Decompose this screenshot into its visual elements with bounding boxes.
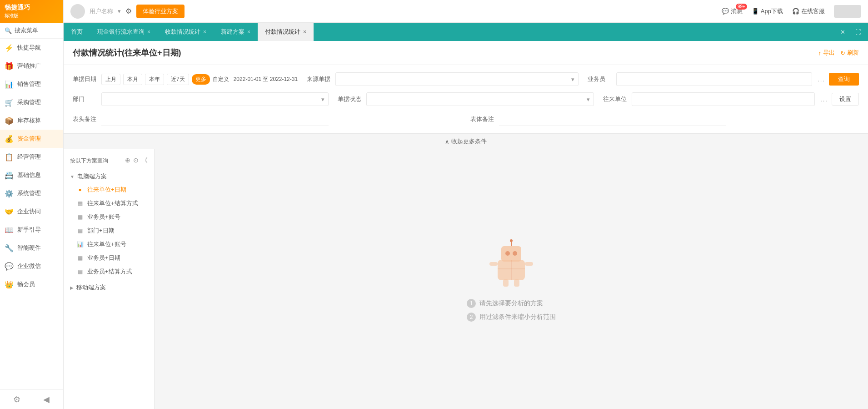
topbar: 用户名称 ▾ ⚙ 体验行业方案 💬 消息 99+ 📱 App下载 🎧 在线客服 [64, 0, 868, 23]
empty-tip-1: 1 请先选择要分析的方案 [467, 299, 556, 308]
date-btn-last-month[interactable]: 上月 [101, 74, 120, 85]
settings-btn[interactable]: 设置 [832, 93, 859, 106]
tab-receipt[interactable]: 收款情况统计 × [158, 23, 214, 41]
page-header: 付款情况统计(往来单位+日期) ↑ 导出 ↻ 刷新 [64, 41, 868, 65]
tab-close-all-btn[interactable]: ✕ [837, 26, 848, 37]
sidebar-sales-label: 销售管理 [17, 80, 41, 88]
sidebar-item-purchase[interactable]: 🛒 采购管理 [0, 93, 63, 111]
salesman-label: 业务员 [588, 75, 613, 83]
tab-payment-close[interactable]: × [303, 29, 306, 35]
sidebar-item-basic[interactable]: 📇 基础信息 [0, 166, 63, 184]
sidebar-item-guide[interactable]: 📖 新手引导 [0, 221, 63, 239]
refresh-label: 刷新 [847, 49, 859, 57]
add-scheme-btn[interactable]: ⊕ [125, 157, 130, 165]
right-main: 1 请先选择要分析的方案 2 用过滤条件来缩小分析范围 [155, 149, 868, 409]
sidebar-collapse-btn[interactable]: ◀ [34, 394, 59, 404]
scheme-item-icon-salesman-date: ▦ [76, 254, 84, 262]
tab-home[interactable]: 首页 [64, 23, 90, 41]
partner-label: 往来单位 [603, 95, 628, 103]
topbar-user-btn[interactable] [834, 5, 861, 18]
date-btn-custom[interactable]: 自定义 [213, 76, 229, 83]
sidebar-enterprise-label: 企业协同 [17, 207, 41, 216]
date-btn-this-month[interactable]: 本月 [123, 74, 142, 85]
filter-cell-body-note: 表体备注 [470, 112, 859, 126]
empty-tips: 1 请先选择要分析的方案 2 用过滤条件来缩小分析范围 [467, 299, 556, 322]
refresh-btn[interactable]: ↻ 刷新 [840, 49, 859, 57]
hardware-icon: 🔧 [5, 243, 14, 252]
scheme-item-salesman-settle[interactable]: ▦ 业务员+结算方式 [64, 265, 154, 278]
export-btn[interactable]: ↑ 导出 [818, 49, 835, 57]
scheme-item-partner-settle[interactable]: ▦ 往来单位+结算方式 [64, 197, 154, 210]
sidebar-quicknav-label: 快捷导航 [17, 44, 41, 52]
scheme-settings-btn[interactable]: ⊙ [133, 157, 139, 165]
scheme-group-desktop: ▼ 电脑端方案 ● 往来单位+日期 ▦ 往来单位+结算方式 ▦ 业务员+账号 [64, 170, 154, 278]
marketing-icon: 🎁 [5, 61, 14, 71]
tab-fullscreen-btn[interactable]: ⛶ [853, 26, 863, 37]
sidebar-item-enterprise[interactable]: 🤝 企业协同 [0, 202, 63, 221]
content-area: 付款情况统计(往来单位+日期) ↑ 导出 ↻ 刷新 单据日期 上月 [64, 41, 868, 409]
dept-select[interactable]: ▾ [101, 92, 329, 106]
salesman-select[interactable] [616, 72, 813, 86]
content-body: 按以下方案查询 ⊕ ⊙ 《 ▼ 电脑端方案 ● 往来单位+日期 [64, 149, 868, 409]
tab-new-close[interactable]: × [247, 29, 250, 35]
tab-receipt-close[interactable]: × [203, 29, 206, 35]
sidebar-item-hardware[interactable]: 🔧 智能硬件 [0, 239, 63, 257]
sidebar-system-label: 系统管理 [17, 189, 41, 197]
docstatus-select[interactable]: ▾ [366, 92, 594, 106]
sidebar-inventory-label: 库存核算 [17, 116, 41, 125]
main-area: 用户名称 ▾ ⚙ 体验行业方案 💬 消息 99+ 📱 App下载 🎧 在线客服 … [64, 0, 868, 409]
sidebar-item-system[interactable]: ⚙️ 系统管理 [0, 184, 63, 202]
sidebar-operation-label: 经营管理 [17, 153, 41, 161]
scheme-item-dept-date[interactable]: ▦ 部门+日期 [64, 224, 154, 237]
date-btn-more[interactable]: 更多 [192, 74, 210, 85]
collapse-bar[interactable]: ∧ 收起更多条件 [64, 134, 868, 149]
scheme-item-salesman-account[interactable]: ▦ 业务员+账号 [64, 210, 154, 224]
collapse-btn[interactable]: ∧ 收起更多条件 [445, 137, 487, 146]
user-dropdown-icon[interactable]: ▾ [118, 8, 121, 15]
svg-point-2 [505, 251, 510, 256]
partner-dots[interactable]: ... [820, 96, 828, 103]
scheme-item-partner-date[interactable]: ● 往来单位+日期 [64, 183, 154, 197]
scheme-collapse-btn[interactable]: 《 [141, 157, 148, 165]
filter-panel: 单据日期 上月 本月 本年 近7天 更多 自定义 2022-01-01 至 20… [64, 65, 868, 134]
tab-bank-close[interactable]: × [147, 29, 150, 35]
scheme-item-partner-account[interactable]: 📊 往来单位+账号 [64, 237, 154, 251]
tab-new[interactable]: 新建方案 × [214, 23, 258, 41]
scheme-item-salesman-date[interactable]: ▦ 业务员+日期 [64, 251, 154, 265]
trial-btn[interactable]: 体验行业方案 [136, 5, 185, 18]
source-select[interactable]: ▾ [335, 72, 578, 86]
tip-num-2: 2 [467, 313, 476, 322]
date-btn-last-7days[interactable]: 近7天 [167, 74, 189, 85]
sidebar-item-member[interactable]: 👑 畅会员 [0, 275, 63, 293]
sidebar-item-quicknav[interactable]: ⚡ 快捷导航 [0, 39, 63, 57]
sidebar-item-sales[interactable]: 📊 销售管理 [0, 75, 63, 93]
search-icon: 🔍 [5, 27, 12, 34]
app-download-btn[interactable]: 📱 App下载 [752, 7, 783, 15]
body-note-input[interactable] [499, 112, 726, 126]
scheme-group-desktop-header[interactable]: ▼ 电脑端方案 [64, 170, 154, 183]
query-btn[interactable]: 查询 [829, 73, 859, 86]
sidebar-settings-btn[interactable]: ⚙ [5, 394, 30, 404]
tab-payment[interactable]: 付款情况统计 × [258, 23, 314, 41]
topbar-settings-icon[interactable]: ⚙ [125, 7, 132, 15]
tab-bank[interactable]: 现金银行流水查询 × [90, 23, 158, 41]
date-group: 上月 本月 本年 近7天 更多 自定义 2022-01-01 至 2022-12… [101, 74, 298, 85]
sidebar-item-finance[interactable]: 💰 资金管理 [0, 130, 63, 148]
sidebar-item-operation[interactable]: 📋 经营管理 [0, 148, 63, 166]
service-btn[interactable]: 🎧 在线客服 [792, 7, 825, 15]
sidebar-item-weixin[interactable]: 💬 企业微信 [0, 257, 63, 275]
user-name: 用户名称 [90, 7, 113, 15]
sidebar-item-marketing[interactable]: 🎁 营销推广 [0, 57, 63, 75]
date-btn-this-year[interactable]: 本年 [145, 74, 164, 85]
scheme-group-mobile-header[interactable]: ▶ 移动端方案 [64, 281, 154, 294]
salesman-dots[interactable]: ... [818, 76, 825, 83]
message-btn[interactable]: 💬 消息 99+ [722, 7, 743, 15]
left-panel-header: 按以下方案查询 ⊕ ⊙ 《 [64, 154, 154, 167]
partner-select[interactable] [632, 92, 815, 106]
page-header-actions: ↑ 导出 ↻ 刷新 [818, 49, 859, 57]
sidebar-item-search[interactable]: 🔍 搜索菜单 [0, 23, 63, 39]
sidebar-member-label: 畅会员 [17, 280, 35, 288]
scheme-item-icon-salesman-settle: ▦ [76, 268, 84, 275]
header-note-input[interactable] [101, 112, 329, 126]
sidebar-item-inventory[interactable]: 📦 库存核算 [0, 111, 63, 130]
